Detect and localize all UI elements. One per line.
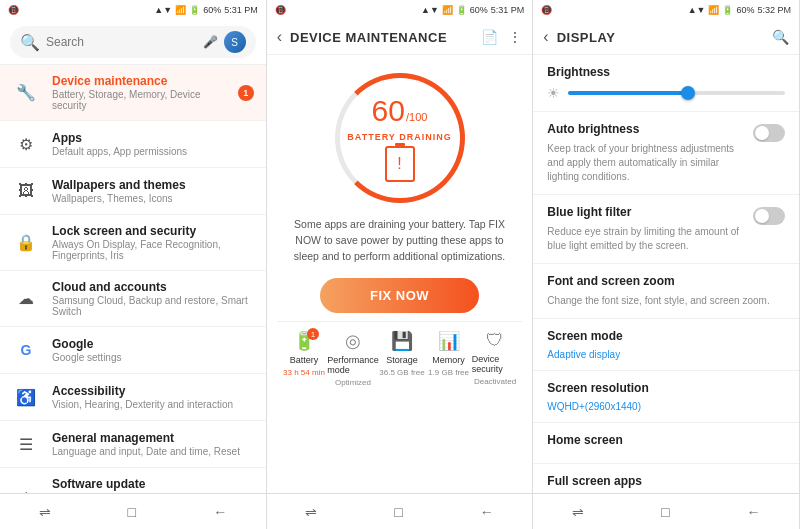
notif-icon-3: 📵 xyxy=(541,5,552,15)
item-title-general: General management xyxy=(52,431,254,445)
nav-back-2[interactable]: ← xyxy=(480,504,494,520)
signal-3: ▲▼ xyxy=(688,5,706,15)
search-input[interactable] xyxy=(46,35,197,49)
status-bar-3: 📵 ▲▼ 📶 🔋 60% 5:32 PM xyxy=(533,0,799,20)
screen-mode-section[interactable]: Screen mode Adaptive display xyxy=(533,319,799,371)
item-title-device-maintenance: Device maintenance xyxy=(52,74,226,88)
auto-brightness-section[interactable]: Auto brightness Keep track of your brigh… xyxy=(533,112,799,195)
device-maintenance-panel: 📵 ▲▼ 📶 🔋 60% 5:31 PM ‹ DEVICE MAINTENANC… xyxy=(267,0,534,529)
maintenance-header-icons: 📄 ⋮ xyxy=(481,29,522,45)
memory-sym: 📊 xyxy=(438,330,460,352)
item-sub-device-maintenance: Battery, Storage, Memory, Device securit… xyxy=(52,89,226,111)
device-maintenance-icon: 🔧 xyxy=(12,79,40,107)
auto-brightness-toggle[interactable] xyxy=(753,124,785,142)
user-avatar[interactable]: S xyxy=(224,31,246,53)
screen-resolution-value: WQHD+(2960x1440) xyxy=(547,401,785,412)
item-title-lock: Lock screen and security xyxy=(52,224,254,238)
home-screen-section[interactable]: Home screen xyxy=(533,423,799,464)
brightness-section: Brightness ☀ xyxy=(533,55,799,112)
nav-home-2[interactable]: □ xyxy=(394,504,402,520)
performance-sym: ◎ xyxy=(345,330,361,352)
battery-description: Some apps are draining your battery. Tap… xyxy=(277,211,523,270)
fix-now-button[interactable]: FIX NOW xyxy=(320,278,479,313)
display-panel: 📵 ▲▼ 📶 🔋 60% 5:32 PM ‹ DISPLAY 🔍 Brightn… xyxy=(533,0,800,529)
time-3: 5:32 PM xyxy=(757,5,791,15)
full-screen-section[interactable]: Full screen apps Choose which apps you w… xyxy=(533,464,799,493)
settings-item-software[interactable]: ↑ Software update Download updates, Sche… xyxy=(0,468,266,493)
settings-item-google[interactable]: G Google Google settings xyxy=(0,327,266,374)
brightness-title: Brightness xyxy=(547,65,785,79)
maintenance-header: ‹ DEVICE MAINTENANCE 📄 ⋮ xyxy=(267,20,533,55)
item-sub-software: Download updates, Scheduled software upd… xyxy=(52,492,254,493)
settings-list: 🔧 Device maintenance Battery, Storage, M… xyxy=(0,65,266,493)
maintenance-bottom-icons: 🔋 1 Battery 33 h 54 min ◎ Performance mo… xyxy=(277,321,523,389)
screen-mode-value: Adaptive display xyxy=(547,349,785,360)
settings-panel: 📵 ▲▼ 📶 🔋 60% 5:31 PM 🔍 🎤 S 🔧 Device main… xyxy=(0,0,267,529)
blue-light-toggle[interactable] xyxy=(753,207,785,225)
settings-item-accessibility[interactable]: ♿ Accessibility Vision, Hearing, Dexteri… xyxy=(0,374,266,421)
settings-item-device-maintenance[interactable]: 🔧 Device maintenance Battery, Storage, M… xyxy=(0,65,266,121)
apps-icon: ⚙ xyxy=(12,130,40,158)
nav-recent-1[interactable]: ⇌ xyxy=(39,504,51,520)
doc-icon[interactable]: 📄 xyxy=(481,29,498,45)
nav-back-1[interactable]: ← xyxy=(213,504,227,520)
status-left-1: 📵 xyxy=(8,5,19,15)
nav-home-3[interactable]: □ xyxy=(661,504,669,520)
settings-item-lock-screen[interactable]: 🔒 Lock screen and security Always On Dis… xyxy=(0,215,266,271)
battery-percent-1: 60% xyxy=(203,5,221,15)
wifi-icon: 📶 xyxy=(175,5,186,15)
battery-warning-icon: ! xyxy=(385,146,415,182)
battery-pct-3: 60% xyxy=(736,5,754,15)
security-sym: 🛡 xyxy=(486,330,504,351)
item-title-apps: Apps xyxy=(52,131,254,145)
more-icon[interactable]: ⋮ xyxy=(508,29,522,45)
signal-2: ▲▼ xyxy=(421,5,439,15)
brightness-track[interactable] xyxy=(568,91,785,95)
nav-back-3[interactable]: ← xyxy=(746,504,760,520)
maintenance-body: 60 /100 BATTERY DRAINING ! Some apps are… xyxy=(267,55,533,493)
blue-light-sub: Reduce eye strain by limiting the amount… xyxy=(547,225,743,253)
battery-3: 🔋 xyxy=(722,5,733,15)
display-title: DISPLAY xyxy=(557,30,764,45)
font-zoom-section[interactable]: Font and screen zoom Change the font siz… xyxy=(533,264,799,319)
display-header: ‹ DISPLAY 🔍 xyxy=(533,20,799,55)
settings-item-general[interactable]: ☰ General management Language and input,… xyxy=(0,421,266,468)
display-body: Brightness ☀ Auto brightness Keep track … xyxy=(533,55,799,493)
bottom-nav-3: ⇌ □ ← xyxy=(533,493,799,529)
storage-icon-item[interactable]: 💾 Storage 36.5 GB free xyxy=(379,330,426,387)
battery-icon: 🔋 xyxy=(189,5,200,15)
item-sub-google: Google settings xyxy=(52,352,254,363)
wifi-2: 📶 xyxy=(442,5,453,15)
screen-resolution-section[interactable]: Screen resolution WQHD+(2960x1440) xyxy=(533,371,799,423)
settings-item-cloud[interactable]: ☁ Cloud and accounts Samsung Cloud, Back… xyxy=(0,271,266,327)
notification-icon: 📵 xyxy=(8,5,19,15)
nav-recent-2[interactable]: ⇌ xyxy=(305,504,317,520)
maintenance-back[interactable]: ‹ xyxy=(277,28,282,46)
screen-resolution-title: Screen resolution xyxy=(547,381,785,395)
blue-light-section[interactable]: Blue light filter Reduce eye strain by l… xyxy=(533,195,799,264)
status-left-2: 📵 xyxy=(275,5,286,15)
brightness-fill xyxy=(568,91,687,95)
settings-item-wallpapers[interactable]: 🖼 Wallpapers and themes Wallpapers, Them… xyxy=(0,168,266,215)
display-back[interactable]: ‹ xyxy=(543,28,548,46)
bottom-nav-2: ⇌ □ ← xyxy=(267,493,533,529)
settings-item-apps[interactable]: ⚙ Apps Default apps, App permissions xyxy=(0,121,266,168)
item-title-software: Software update xyxy=(52,477,254,491)
device-security-icon-item[interactable]: 🛡 Device security Deactivated xyxy=(472,330,519,387)
battery-icon-item[interactable]: 🔋 1 Battery 33 h 54 min xyxy=(281,330,328,387)
notif-icon-2: 📵 xyxy=(275,5,286,15)
brightness-thumb[interactable] xyxy=(681,86,695,100)
performance-icon-item[interactable]: ◎ Performance mode Optimized xyxy=(327,330,379,387)
nav-home-1[interactable]: □ xyxy=(128,504,136,520)
security-label: Device security xyxy=(472,354,519,374)
item-title-accessibility: Accessibility xyxy=(52,384,254,398)
memory-icon-item[interactable]: 📊 Memory 1.9 GB free xyxy=(425,330,472,387)
status-right-1: ▲▼ 📶 🔋 60% 5:31 PM xyxy=(154,5,257,15)
auto-brightness-sub: Keep track of your brightness adjustment… xyxy=(547,142,743,184)
nav-recent-3[interactable]: ⇌ xyxy=(572,504,584,520)
display-search-icon[interactable]: 🔍 xyxy=(772,29,789,45)
mic-icon[interactable]: 🎤 xyxy=(203,35,218,49)
search-bar[interactable]: 🔍 🎤 S xyxy=(10,26,256,58)
item-sub-accessibility: Vision, Hearing, Dexterity and interacti… xyxy=(52,399,254,410)
search-header: 🔍 🎤 S xyxy=(0,20,266,65)
